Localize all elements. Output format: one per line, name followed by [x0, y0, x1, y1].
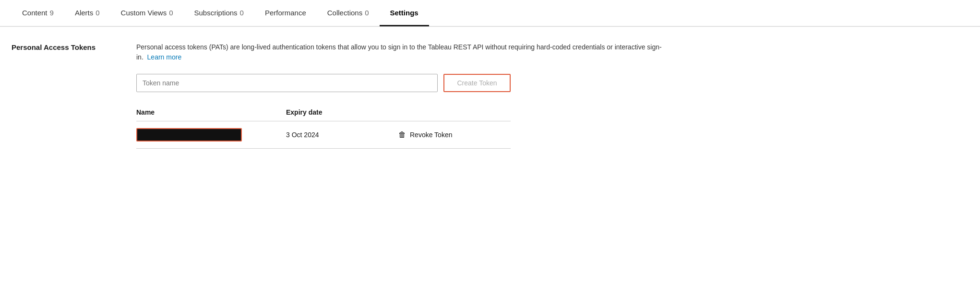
section-body: Personal access tokens (PATs) are long-l… [136, 42, 923, 149]
tokens-table: Name Expiry date 3 Oct 2024 🗑 [136, 104, 511, 149]
tab-collections[interactable]: Collections 0 [317, 0, 380, 26]
token-input-row: Create Token [136, 74, 511, 92]
create-token-button[interactable]: Create Token [443, 74, 511, 92]
revoke-token-button[interactable]: 🗑 Revoke Token [398, 130, 452, 139]
learn-more-link[interactable]: Learn more [147, 53, 182, 61]
nav-tabs: Content 9 Alerts 0 Custom Views 0 Subscr… [0, 0, 980, 27]
token-name-cell [136, 121, 286, 149]
token-name-input[interactable] [136, 74, 438, 92]
tab-settings[interactable]: Settings [380, 0, 429, 26]
token-name-redacted [136, 128, 242, 142]
token-action-cell: 🗑 Revoke Token [398, 121, 511, 149]
tab-alerts[interactable]: Alerts 0 [64, 0, 110, 26]
tab-subscriptions[interactable]: Subscriptions 0 [184, 0, 254, 26]
tab-performance[interactable]: Performance [254, 0, 317, 26]
table-row: 3 Oct 2024 🗑 Revoke Token [136, 121, 511, 149]
tab-content[interactable]: Content 9 [12, 0, 64, 26]
pat-section: Personal Access Tokens Personal access t… [12, 42, 923, 149]
section-description: Personal access tokens (PATs) are long-l… [136, 42, 664, 62]
col-header-name: Name [136, 104, 286, 121]
main-content: Personal Access Tokens Personal access t… [0, 27, 980, 164]
trash-icon: 🗑 [398, 130, 406, 139]
token-expiry-cell: 3 Oct 2024 [286, 121, 398, 149]
tab-custom-views[interactable]: Custom Views 0 [110, 0, 184, 26]
section-title: Personal Access Tokens [12, 42, 117, 149]
col-header-action [398, 104, 511, 121]
col-header-expiry: Expiry date [286, 104, 398, 121]
